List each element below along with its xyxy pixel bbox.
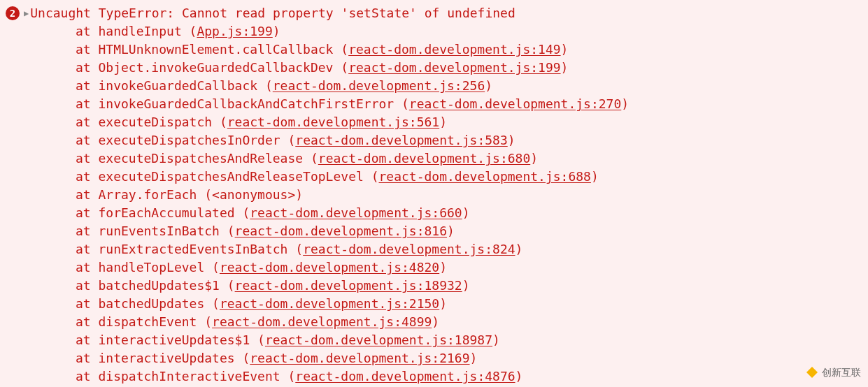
stack-source-link[interactable]: react-dom.development.js:256	[273, 78, 485, 93]
stack-frame: at batchedUpdates$1 (react-dom.developme…	[76, 277, 862, 295]
stack-at: at	[76, 24, 99, 38]
stack-source-link[interactable]: react-dom.development.js:18987	[265, 333, 492, 347]
paren-open: (	[212, 260, 220, 275]
stack-function: invokeGuardedCallback	[99, 78, 265, 93]
paren-open: (	[212, 296, 220, 311]
paren-close: )	[439, 296, 447, 311]
stack-source-link[interactable]: react-dom.development.js:149	[348, 42, 560, 57]
stack-at: at	[76, 151, 99, 166]
paren-open: (	[341, 60, 348, 75]
paren-close: )	[447, 224, 455, 238]
paren-open: (	[227, 224, 235, 238]
stack-source-link[interactable]: react-dom.development.js:4899	[212, 314, 432, 329]
paren-close: )	[561, 60, 569, 75]
stack-frame: at runExtractedEventsInBatch (react-dom.…	[76, 240, 862, 258]
stack-at: at	[76, 260, 99, 275]
stack-at: at	[76, 369, 99, 384]
paren-open: (	[204, 187, 212, 202]
stack-function: handleTopLevel	[99, 260, 213, 275]
stack-source-link[interactable]: react-dom.development.js:270	[409, 96, 621, 111]
stack-at: at	[76, 224, 99, 238]
stack-function: handleInput	[99, 24, 190, 38]
paren-open: (	[242, 205, 250, 220]
paren-close: )	[439, 260, 447, 275]
watermark-text: 创新互联	[822, 363, 861, 381]
stack-source-link[interactable]: react-dom.development.js:2150	[220, 296, 439, 311]
paren-close: )	[470, 351, 478, 365]
stack-source-link[interactable]: react-dom.development.js:2169	[250, 351, 469, 365]
disclosure-triangle-icon[interactable]: ▶	[24, 4, 29, 22]
error-count-badge[interactable]: 2	[6, 6, 20, 20]
paren-close: )	[273, 24, 280, 38]
watermark: 创新互联	[805, 363, 861, 381]
stack-trace: at handleInput (App.js:199)at HTMLUnknow…	[6, 22, 862, 386]
paren-close: )	[432, 314, 439, 329]
stack-at: at	[76, 205, 99, 220]
paren-close: )	[561, 42, 569, 57]
stack-source-link[interactable]: react-dom.development.js:4876	[295, 369, 515, 384]
paren-open: (	[190, 24, 197, 38]
stack-function: forEachAccumulated	[99, 205, 243, 220]
stack-frame: at forEachAccumulated (react-dom.develop…	[76, 204, 862, 222]
stack-source-link[interactable]: react-dom.development.js:199	[348, 60, 560, 75]
stack-at: at	[76, 115, 99, 129]
console-error-panel: 2 ▶ Uncaught TypeError: Cannot read prop…	[0, 0, 868, 387]
stack-frame: at dispatchEvent (react-dom.development.…	[76, 313, 862, 331]
error-header-row[interactable]: 2 ▶ Uncaught TypeError: Cannot read prop…	[6, 4, 862, 22]
stack-source-link[interactable]: react-dom.development.js:583	[295, 133, 507, 147]
stack-function: batchedUpdates$1	[99, 278, 227, 293]
stack-at: at	[76, 60, 99, 75]
stack-frame: at handleInput (App.js:199)	[76, 22, 862, 41]
stack-frame: at runEventsInBatch (react-dom.developme…	[76, 222, 862, 240]
stack-source-link[interactable]: react-dom.development.js:680	[318, 151, 530, 166]
stack-source-link[interactable]: react-dom.development.js:561	[227, 115, 439, 129]
stack-function: interactiveUpdates$1	[99, 333, 258, 347]
paren-close: )	[515, 369, 523, 384]
paren-open: (	[311, 151, 318, 166]
stack-frame: at batchedUpdates (react-dom.development…	[76, 295, 862, 313]
paren-open: (	[287, 133, 295, 147]
paren-open: (	[220, 115, 227, 129]
stack-source-link[interactable]: react-dom.development.js:660	[250, 205, 462, 220]
stack-at: at	[76, 169, 99, 184]
stack-frame: at interactiveUpdates$1 (react-dom.devel…	[76, 331, 862, 349]
stack-frame: at HTMLUnknownElement.callCallback (reac…	[76, 41, 862, 59]
stack-frame: at executeDispatchesAndRelease (react-do…	[76, 149, 862, 168]
stack-source-link[interactable]: react-dom.development.js:18932	[235, 278, 462, 293]
stack-frame: at dispatchInteractiveEvent (react-dom.d…	[76, 367, 862, 386]
stack-function: batchedUpdates	[99, 296, 213, 311]
watermark-logo-icon	[805, 365, 819, 379]
paren-close: )	[485, 78, 492, 93]
paren-close: )	[462, 278, 470, 293]
stack-function: dispatchEvent	[99, 314, 205, 329]
stack-at: at	[76, 296, 99, 311]
stack-source-link[interactable]: App.js:199	[197, 24, 272, 38]
stack-at: at	[76, 351, 99, 365]
stack-function: executeDispatch	[99, 115, 220, 129]
stack-frame: at executeDispatch (react-dom.developmen…	[76, 113, 862, 131]
stack-function: dispatchInteractiveEvent	[99, 369, 288, 384]
stack-source-link[interactable]: react-dom.development.js:816	[235, 224, 447, 238]
stack-at: at	[76, 314, 99, 329]
paren-close: )	[515, 242, 523, 256]
paren-open: (	[242, 351, 250, 365]
stack-location-anonymous: <anonymous>	[212, 187, 295, 202]
paren-close: )	[530, 151, 538, 166]
stack-source-link[interactable]: react-dom.development.js:4820	[220, 260, 439, 275]
stack-source-link[interactable]: react-dom.development.js:824	[303, 242, 515, 256]
stack-frame: at interactiveUpdates (react-dom.develop…	[76, 349, 862, 367]
paren-open: (	[341, 42, 348, 57]
stack-at: at	[76, 133, 99, 147]
paren-close: )	[621, 96, 629, 111]
stack-function: invokeGuardedCallbackAndCatchFirstError	[99, 96, 401, 111]
stack-at: at	[76, 96, 99, 111]
paren-open: (	[227, 278, 235, 293]
stack-function: Object.invokeGuardedCallbackDev	[99, 60, 341, 75]
stack-frame: at invokeGuardedCallbackAndCatchFirstErr…	[76, 95, 862, 113]
paren-open: (	[401, 96, 409, 111]
stack-function: Array.forEach	[99, 187, 205, 202]
stack-frame: at executeDispatchesAndReleaseTopLevel (…	[76, 168, 862, 186]
error-message: Uncaught TypeError: Cannot read property…	[30, 4, 515, 22]
stack-source-link[interactable]: react-dom.development.js:688	[379, 169, 591, 184]
stack-at: at	[76, 78, 99, 93]
